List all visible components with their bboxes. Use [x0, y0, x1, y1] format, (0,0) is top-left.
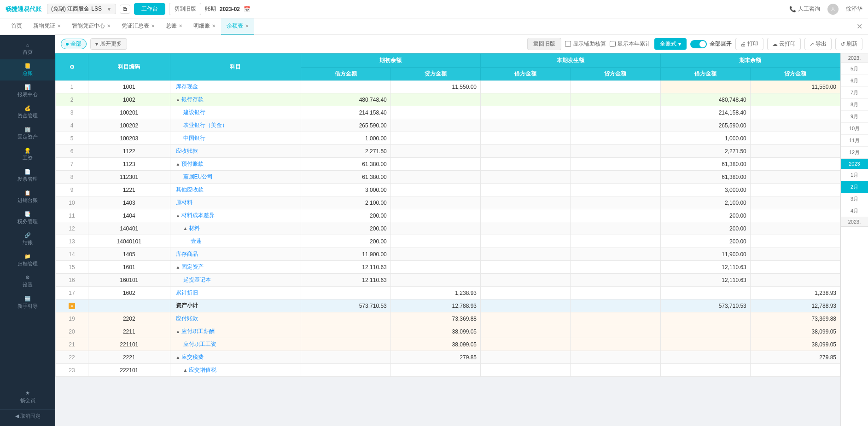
sidebar-item-guide[interactable]: 🆕 新手引导 — [0, 292, 55, 313]
sidebar-item-closing[interactable]: 🔗 结账 — [0, 229, 55, 250]
sidebar-item-ledger[interactable]: 📒 总账 — [0, 59, 55, 81]
account-name[interactable]: ▲应交税费 — [170, 351, 301, 364]
ob-debit: 2,271.50 — [301, 145, 390, 158]
consult-label[interactable]: 📞人工咨询 — [789, 5, 820, 13]
month-1[interactable]: 1月 — [841, 169, 868, 181]
account-name[interactable]: ▲应付职工薪酬 — [170, 325, 301, 338]
eb-debit: 11,900.00 — [660, 248, 750, 261]
company-selector[interactable]: (免副) 江西股金-LSS ▼ — [47, 4, 116, 14]
account-name[interactable]: 库存商品 — [170, 248, 301, 261]
tab-smart-voucher[interactable]: 智能凭证中心 ✕ — [66, 18, 116, 35]
tab-add-voucher-close[interactable]: ✕ — [57, 23, 61, 29]
return-old-button[interactable]: 返回旧版 — [527, 38, 561, 50]
month-5[interactable]: 5月 — [841, 63, 868, 75]
sidebar-item-funds[interactable]: 💰 资金管理 — [0, 102, 55, 123]
user-label[interactable]: 徐泽华 — [846, 5, 862, 13]
tab-voucher-summary-close[interactable]: ✕ — [151, 23, 155, 29]
account-name[interactable]: ▲材料 — [170, 222, 301, 235]
month-4[interactable]: 4月 — [841, 205, 868, 217]
table-row: 3100201建设银行214,158.40214,158.40 — [56, 106, 840, 119]
tab-balance-label: 余额表 — [227, 22, 243, 30]
aux-checkbox-input[interactable] — [565, 41, 571, 47]
show-ytd-checkbox[interactable]: 显示本年累计 — [610, 40, 651, 48]
account-code: 14040101 — [88, 235, 170, 248]
sidebar-item-reports[interactable]: 📊 报表中心 — [0, 81, 55, 102]
month-6[interactable]: 6月 — [841, 75, 868, 87]
account-name[interactable]: ▲银行存款 — [170, 93, 301, 106]
month-7[interactable]: 7月 — [841, 87, 868, 99]
account-name[interactable]: 中国银行 — [170, 132, 301, 145]
sidebar-item-home[interactable]: ⌂ 首页 — [0, 39, 55, 59]
sidebar-item-invoice[interactable]: 📄 发票管理 — [0, 165, 55, 186]
account-name[interactable]: ▲材料成本差异 — [170, 209, 301, 222]
settings-col-header[interactable]: ⚙ — [56, 54, 88, 81]
account-name[interactable]: 起提基记本 — [170, 274, 301, 287]
print-button[interactable]: 🖨 打印 — [735, 38, 763, 50]
account-name[interactable]: 库存现金 — [170, 81, 301, 93]
sidebar-item-fixed-assets[interactable]: 🏢 固定资产 — [0, 123, 55, 144]
sidebar-item-tax[interactable]: 📑 税务管理 — [0, 207, 55, 229]
sidebar-item-wages[interactable]: 👷 工资 — [0, 144, 55, 165]
show-aux-checkbox[interactable]: 显示辅助核算 — [565, 40, 606, 48]
sidebar-label-closing: 结账 — [23, 239, 33, 246]
month-10[interactable]: 10月 — [841, 123, 868, 135]
calendar-icon[interactable]: 📅 — [244, 6, 250, 12]
account-name[interactable]: 应付职工工资 — [170, 338, 301, 351]
tab-balance[interactable]: 余额表 ✕ — [221, 18, 254, 35]
tab-home[interactable]: 首页 — [6, 18, 28, 35]
month-2-active[interactable]: 2月 — [841, 181, 868, 193]
month-3[interactable]: 3月 — [841, 193, 868, 205]
toggle-switch[interactable]: 全部展开 — [690, 40, 732, 48]
account-name[interactable]: 农业银行（美金） — [170, 119, 301, 132]
ytd-checkbox-input[interactable] — [610, 41, 616, 47]
sidebar-item-member[interactable]: ★ 畅会员 — [0, 386, 55, 408]
account-name[interactable]: 建设银行 — [170, 106, 301, 119]
copy-button[interactable]: ⧉ — [120, 5, 130, 14]
account-name[interactable]: 资产小计 — [170, 299, 301, 312]
account-name[interactable]: ▲固定资产 — [170, 261, 301, 274]
month-8[interactable]: 8月 — [841, 99, 868, 111]
account-name[interactable]: 应付账款 — [170, 312, 301, 325]
eb-debit-header: 借方金额 — [660, 68, 750, 81]
expand-more-button[interactable]: ▾ 展开更多 — [90, 38, 127, 50]
account-name[interactable]: 壹蓬 — [170, 235, 301, 248]
tab-detail[interactable]: 明细账 ✕ — [188, 18, 221, 35]
tab-voucher-summary[interactable]: 凭证汇总表 ✕ — [116, 18, 160, 35]
refresh-button[interactable]: ↺ 刷新 — [835, 38, 862, 50]
tab-ledger[interactable]: 总账 ✕ — [160, 18, 188, 35]
sidebar-item-settings[interactable]: ⚙ 设置 — [0, 271, 55, 292]
account-name[interactable]: 其他应收款 — [170, 184, 301, 196]
month-9[interactable]: 9月 — [841, 111, 868, 123]
account-name[interactable]: 原材料 — [170, 196, 301, 209]
tab-smart-voucher-close[interactable]: ✕ — [107, 23, 111, 29]
year-label-2[interactable]: 2023. — [841, 217, 868, 227]
switch-button[interactable]: 切到旧版 — [169, 3, 201, 15]
account-name[interactable]: 累计折旧 — [170, 287, 301, 299]
month-12[interactable]: 12月 — [841, 147, 868, 159]
cloud-print-button[interactable]: ☁ 云打印 — [767, 38, 801, 50]
tab-balance-close[interactable]: ✕ — [245, 23, 249, 29]
ob-credit — [390, 106, 480, 119]
year-label-1[interactable]: 2023. — [841, 53, 868, 63]
sidebar-item-sales-ledger[interactable]: 📋 进销台账 — [0, 186, 55, 207]
account-name[interactable]: ▲应交增值税 — [170, 364, 301, 377]
unpin-button[interactable]: ◀ 取消固定 — [0, 409, 55, 422]
tab-add-voucher[interactable]: 新增凭证 ✕ — [28, 18, 66, 35]
year-2023[interactable]: 2023 — [841, 159, 868, 169]
tab-ledger-close[interactable]: ✕ — [179, 23, 182, 29]
tab-detail-close[interactable]: ✕ — [212, 23, 216, 29]
account-code: 1123 — [88, 158, 170, 171]
sidebar-item-archive[interactable]: 📁 归档管理 — [0, 250, 55, 271]
export-button[interactable]: ↗ 导出 — [804, 38, 832, 50]
account-name[interactable]: ▲预付账款 — [170, 158, 301, 171]
month-11[interactable]: 11月 — [841, 135, 868, 147]
right-panel-expand[interactable]: ◀ — [840, 234, 841, 246]
work-button[interactable]: 工作台 — [134, 3, 165, 15]
filter-tag[interactable]: 全部 — [61, 39, 87, 49]
eb-credit — [750, 248, 840, 261]
account-code: 1601 — [88, 261, 170, 274]
close-all-tabs[interactable]: ✕ — [856, 22, 862, 31]
full-mode-button[interactable]: 全账式 ▾ — [654, 38, 687, 50]
account-name[interactable]: 薰属EU公司 — [170, 171, 301, 184]
account-name[interactable]: 应收账款 — [170, 145, 301, 158]
